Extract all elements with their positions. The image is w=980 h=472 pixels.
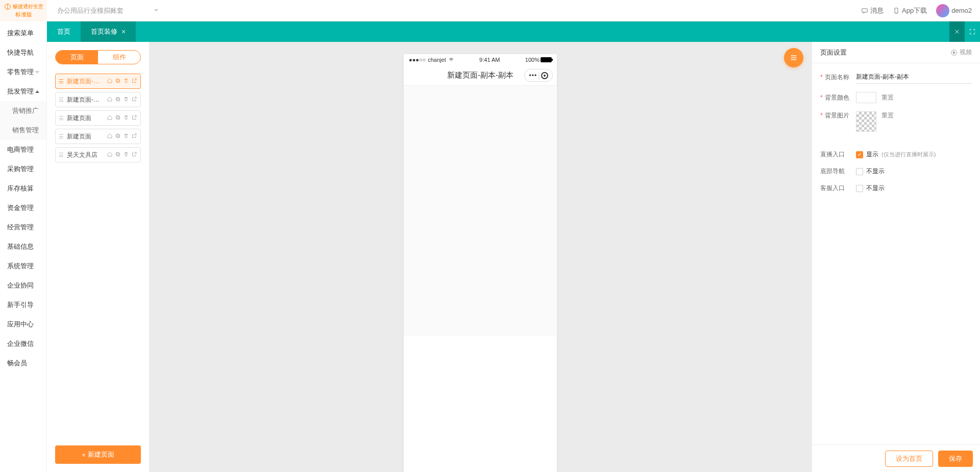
video-link[interactable]: 视频 (950, 48, 972, 57)
preview-canvas: ●●●○○ chanjet 9:41 AM 100% 新建页面-副本-副本 (149, 42, 812, 472)
copy-icon[interactable] (115, 78, 121, 85)
signal-icon: ●●●○○ (409, 57, 426, 63)
copy-icon[interactable] (115, 133, 121, 140)
sidebar-item-label: 资金管理 (7, 203, 34, 213)
sidebar-item-0[interactable]: 搜索菜单 (0, 23, 46, 43)
tab-label: 首页 (57, 27, 70, 36)
logo[interactable]: 畅捷通好生意 标准版 (0, 0, 47, 21)
sidebar-item-16[interactable]: 企业微信 (0, 334, 46, 353)
home-icon[interactable] (107, 114, 113, 122)
new-page-button[interactable]: + 新建页面 (55, 445, 141, 464)
set-home-button[interactable]: 设为首页 (885, 451, 933, 467)
messages-label: 消息 (870, 6, 884, 15)
float-menu-button[interactable] (784, 48, 803, 67)
messages-button[interactable]: 消息 (861, 6, 884, 15)
page-card-label: 新建页面-副本-... (67, 77, 104, 86)
share-icon[interactable] (131, 151, 137, 158)
svg-rect-10 (117, 116, 120, 120)
sidebar-item-8[interactable]: 库存核算 (0, 179, 46, 198)
share-icon[interactable] (131, 114, 137, 122)
copy-icon[interactable] (115, 114, 121, 122)
page-card-3[interactable]: ☰新建页面 (55, 129, 141, 144)
account-selector[interactable]: 办公用品行业模拟账套 (57, 6, 158, 15)
sidebar-item-5[interactable]: 销售管理 (0, 121, 46, 140)
sidebar-item-13[interactable]: 企业协同 (0, 276, 46, 295)
live-hint: (仅当进行直播时展示) (881, 151, 936, 158)
sidebar-item-2[interactable]: 零售管理 (0, 62, 46, 82)
page-card-4[interactable]: ☰昊天文具店 (55, 147, 141, 162)
sidebar-item-label: 批发管理 (7, 87, 34, 96)
delete-icon[interactable] (123, 78, 129, 85)
page-card-0[interactable]: ☰新建页面-副本-... (55, 74, 141, 89)
ellipsis-icon: ••• (529, 72, 537, 79)
bottomnav-label: 底部导航 (820, 168, 845, 175)
share-icon[interactable] (131, 133, 137, 140)
sidebar-item-10[interactable]: 经营管理 (0, 218, 46, 237)
delete-icon[interactable] (123, 151, 129, 158)
sidebar-item-label: 库存核算 (7, 184, 34, 193)
page-card-label: 昊天文具店 (67, 151, 104, 159)
delete-icon[interactable] (123, 96, 129, 103)
page-card-1[interactable]: ☰新建页面-副本 (55, 92, 141, 107)
bgcolor-picker[interactable] (856, 92, 876, 103)
target-icon (541, 72, 548, 79)
page-list-panel: 页面 组件 ☰新建页面-副本-...☰新建页面-副本☰新建页面☰新建页面☰昊天文… (47, 42, 149, 472)
phone-time: 9:41 AM (454, 57, 525, 63)
checkbox-checked-icon: ✓ (856, 151, 863, 158)
sidebar-item-11[interactable]: 基础信息 (0, 237, 46, 256)
sidebar-item-label: 零售管理 (7, 67, 34, 77)
close-icon[interactable]: × (121, 28, 126, 36)
sidebar-item-15[interactable]: 应用中心 (0, 315, 46, 334)
svg-rect-13 (116, 134, 119, 137)
seg-tab-page[interactable]: 页面 (56, 51, 98, 64)
phone-preview: ●●●○○ chanjet 9:41 AM 100% 新建页面-副本-副本 (404, 54, 557, 472)
app-download-button[interactable]: App下载 (893, 6, 927, 15)
fullscreen-button[interactable] (965, 21, 980, 42)
delete-icon[interactable] (123, 114, 129, 122)
sidebar-item-1[interactable]: 快捷导航 (0, 43, 46, 62)
settings-header: 页面设置 视频 (812, 42, 980, 63)
page-card-2[interactable]: ☰新建页面 (55, 110, 141, 126)
delete-icon[interactable] (123, 133, 129, 140)
sidebar-item-6[interactable]: 电商管理 (0, 140, 46, 159)
close-all-button[interactable] (949, 21, 965, 42)
video-label: 视频 (960, 48, 972, 57)
bgimg-picker[interactable] (856, 111, 876, 132)
service-check-text: 不显示 (866, 184, 885, 193)
page-card-label: 新建页面 (67, 114, 104, 123)
home-icon[interactable] (107, 133, 113, 140)
seg-tab-component[interactable]: 组件 (98, 51, 140, 64)
user-menu[interactable]: demo2 (936, 4, 972, 17)
top-header: 畅捷通好生意 标准版 办公用品行业模拟账套 消息 App下载 demo2 (0, 0, 980, 21)
live-checkbox[interactable]: ✓ 显示 (仅当进行直播时展示) (856, 150, 936, 159)
sidebar-item-17[interactable]: 畅会员 (0, 353, 46, 373)
phone-menu-capsule[interactable]: ••• | (524, 69, 553, 82)
sidebar-item-7[interactable]: 采购管理 (0, 159, 46, 179)
logo-text: 畅捷通好生意 (13, 3, 43, 10)
tab-1[interactable]: 首页装修× (81, 21, 136, 42)
share-icon[interactable] (131, 96, 137, 103)
wifi-icon (448, 57, 454, 63)
copy-icon[interactable] (115, 151, 121, 158)
home-icon[interactable] (107, 151, 113, 158)
bottomnav-checkbox[interactable]: 不显示 (856, 167, 885, 176)
save-button[interactable]: 保存 (938, 451, 973, 467)
copy-icon[interactable] (115, 96, 121, 103)
sidebar-item-label: 营销推广 (12, 106, 39, 115)
sidebar-item-3[interactable]: 批发管理 (0, 82, 46, 101)
sidebar-item-label: 经营管理 (7, 223, 34, 232)
phone-content-area[interactable] (404, 86, 557, 336)
share-icon[interactable] (131, 78, 137, 85)
sidebar-item-4[interactable]: 营销推广 (0, 101, 46, 121)
bgcolor-reset[interactable]: 重置 (881, 93, 894, 102)
page-name-input[interactable] (856, 70, 972, 84)
sidebar-item-14[interactable]: 新手引导 (0, 295, 46, 315)
tab-0[interactable]: 首页 (47, 21, 81, 42)
bgimg-reset[interactable]: 重置 (881, 111, 894, 120)
home-icon[interactable] (107, 78, 113, 85)
sidebar-item-9[interactable]: 资金管理 (0, 198, 46, 218)
home-icon[interactable] (107, 96, 113, 103)
service-checkbox[interactable]: 不显示 (856, 184, 885, 193)
service-label: 客服入口 (820, 184, 845, 192)
sidebar-item-12[interactable]: 系统管理 (0, 256, 46, 276)
